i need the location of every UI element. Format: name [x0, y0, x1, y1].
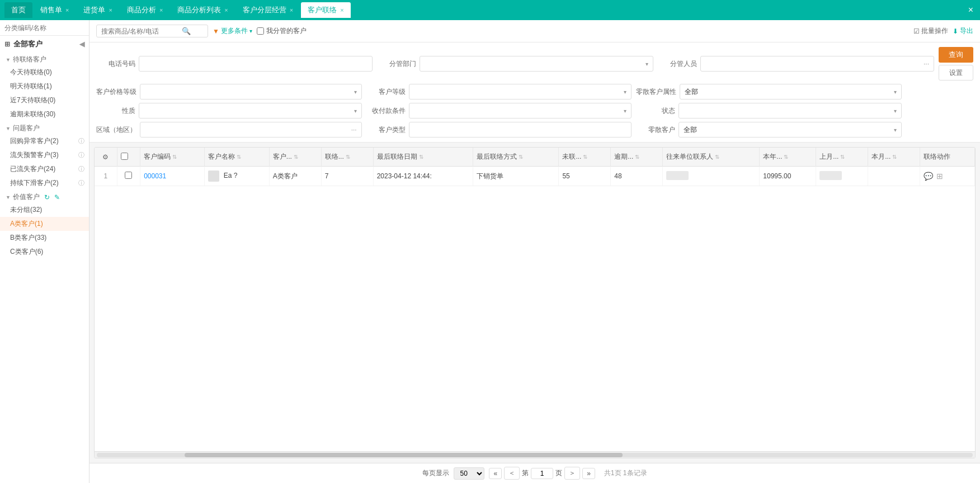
col-customer-name-sort[interactable]: 客户名称 ⇅: [208, 152, 241, 162]
col-overdue-sort[interactable]: 逾期... ⇅: [614, 152, 639, 162]
col-unit-contact-sort[interactable]: 往来单位联系人 ⇅: [666, 152, 719, 162]
customer-grade-select[interactable]: ▾: [409, 84, 632, 100]
sidebar-item-overdue[interactable]: 逾期未联络(30): [0, 107, 89, 121]
pending-contact-group[interactable]: ▼ 待联络客户: [0, 53, 89, 65]
nav-tab-purchase[interactable]: 进货单 ×: [77, 2, 119, 18]
retail-attr-select[interactable]: 全部 ▾: [680, 84, 902, 100]
col-this-month-sort[interactable]: 本月... ⇅: [871, 152, 897, 162]
manager-input[interactable]: ···: [700, 56, 934, 72]
value-customers-group[interactable]: ▼ 价值客户 ↻ ✎: [0, 190, 89, 203]
nature-label: 性质: [96, 106, 135, 116]
sidebar-item-ungrouped[interactable]: 未分组(32): [0, 203, 89, 217]
select-all-checkbox[interactable]: [121, 153, 128, 160]
close-goods-analysis-icon[interactable]: ×: [159, 7, 163, 13]
last-contact-method-cell[interactable]: 下销货单: [473, 167, 559, 186]
close-customer-segment-icon[interactable]: ×: [290, 7, 293, 13]
nav-tab-customer-segment[interactable]: 客户分层经营 ×: [236, 2, 300, 18]
close-goods-analysis-list-icon[interactable]: ×: [224, 7, 228, 13]
scrollbar-thumb: [185, 453, 623, 457]
batch-ops-button[interactable]: ☑ 批量操作: [913, 26, 948, 36]
retail-customer-select[interactable]: 全部 ▾: [679, 122, 902, 138]
prev-page-button[interactable]: ＜: [504, 467, 520, 480]
region-input[interactable]: ···: [140, 122, 362, 138]
problem-customers-group[interactable]: ▼ 问题客户: [0, 121, 89, 134]
col-last-contact-method: 最后联络方式 ⇅: [473, 148, 559, 167]
export-button[interactable]: ⬇ 导出: [953, 26, 973, 36]
customer-name-cell[interactable]: Ea ?: [205, 167, 269, 186]
more-conditions-button[interactable]: ▼ 更多条件 ▾: [213, 26, 252, 36]
action-cell: 💬 ⊞: [920, 167, 975, 186]
sidebar-item-warning[interactable]: 流失预警客户(3) ⓘ: [0, 148, 89, 162]
price-grade-label: 客户价格等级: [96, 87, 136, 97]
sidebar-item-7days[interactable]: 近7天待联络(0): [0, 93, 89, 107]
col-last-contact-method-sort[interactable]: 最后联络方式 ⇅: [477, 152, 523, 162]
sidebar-item-class-c[interactable]: C类客户(6): [0, 245, 89, 259]
close-customer-contact-icon[interactable]: ×: [340, 7, 343, 13]
sidebar-item-lost[interactable]: 已流失客户(24) ⓘ: [0, 162, 89, 176]
main-layout: 🔍 ⊞ 全部客户 ◀ ▼ 待联络客户 今天待联络(0) 明天待联络(1) 近7天…: [0, 20, 980, 483]
col-contact-count-sort[interactable]: 联络... ⇅: [325, 152, 350, 162]
col-customer-type-sort[interactable]: 客户... ⇅: [273, 152, 298, 162]
value-customers-label: 价值客户: [13, 192, 40, 202]
customer-type-input[interactable]: [409, 122, 632, 138]
sort-icon-7: ⇅: [583, 154, 587, 160]
sidebar-item-today[interactable]: 今天待联络(0): [0, 65, 89, 79]
row-checkbox[interactable]: [125, 172, 132, 179]
next-page-button[interactable]: ＞: [564, 467, 580, 480]
filter-search-input[interactable]: [101, 27, 180, 35]
col-settings[interactable]: ⚙: [95, 148, 117, 167]
nav-tab-goods-analysis[interactable]: 商品分析 ×: [120, 2, 169, 18]
all-customers-header[interactable]: ⊞ 全部客户 ◀: [0, 36, 89, 53]
settings-button[interactable]: 设置: [939, 65, 973, 80]
sidebar-item-class-a[interactable]: A类客户(1): [0, 217, 89, 231]
phone-input[interactable]: [139, 56, 373, 72]
sidebar-item-declining[interactable]: 持续下滑客户(2) ⓘ: [0, 176, 89, 190]
close-all-button[interactable]: ×: [966, 3, 976, 17]
col-last-contact-date-sort[interactable]: 最后联络日期 ⇅: [377, 152, 423, 162]
last-page-button[interactable]: »: [582, 468, 595, 479]
nav-tab-home[interactable]: 首页: [4, 2, 32, 18]
settings-gear-icon[interactable]: ⚙: [102, 153, 109, 161]
customer-code-cell[interactable]: 000031: [140, 167, 205, 186]
nature-select[interactable]: ▾: [139, 103, 362, 119]
status-select[interactable]: ▾: [679, 103, 902, 119]
last-contact-method-link[interactable]: 下销货单: [477, 172, 503, 180]
horizontal-scrollbar[interactable]: [95, 451, 975, 458]
col-last-month-sort[interactable]: 上月... ⇅: [819, 152, 845, 162]
query-button[interactable]: 查询: [939, 47, 973, 63]
triangle-icon3: ▼: [6, 195, 11, 200]
col-no-contact-days-sort[interactable]: 未联... ⇅: [562, 152, 587, 162]
sidebar-item-abnormal[interactable]: 回购异常客户(2) ⓘ: [0, 134, 89, 148]
close-purchase-icon[interactable]: ×: [109, 7, 112, 13]
my-customers-checkbox[interactable]: 我分管的客户: [257, 26, 307, 36]
payment-select[interactable]: ▾: [409, 103, 632, 119]
col-this-year-sort[interactable]: 本年... ⇅: [763, 152, 788, 162]
purchase-label: 进货单: [83, 5, 105, 15]
my-customers-check[interactable]: [257, 27, 264, 35]
collapse-icon[interactable]: ◀: [79, 40, 84, 48]
edit-groups-icon[interactable]: ✎: [54, 193, 60, 201]
filter-search-box[interactable]: 🔍: [96, 25, 208, 37]
chat-action-icon[interactable]: 💬: [924, 172, 933, 181]
first-page-button[interactable]: «: [489, 468, 502, 479]
page-size-select[interactable]: 20 50 100 200: [454, 467, 484, 480]
price-grade-select[interactable]: ▾: [140, 84, 362, 100]
sidebar-item-tomorrow[interactable]: 明天待联络(1): [0, 79, 89, 93]
filter-search-icon[interactable]: 🔍: [182, 27, 191, 35]
nav-tab-goods-analysis-list[interactable]: 商品分析列表 ×: [171, 2, 234, 18]
grid-action-icon[interactable]: ⊞: [936, 172, 943, 181]
row-checkbox-cell[interactable]: [117, 167, 140, 186]
sidebar-item-class-b[interactable]: B类客户(33): [0, 231, 89, 245]
refresh-icon[interactable]: ↻: [44, 193, 50, 201]
contact-count-cell: 7: [321, 167, 373, 186]
col-customer-code-sort[interactable]: 客户编码 ⇅: [144, 152, 177, 162]
col-checkbox[interactable]: [117, 148, 140, 167]
dept-select[interactable]: ▾: [420, 56, 653, 72]
nav-tab-sales[interactable]: 销售单 ×: [34, 2, 76, 18]
customer-grade-label: 客户等级: [366, 87, 406, 97]
sidebar-search-input[interactable]: [4, 24, 88, 32]
checkbox-batch-icon: ☑: [913, 27, 920, 35]
page-input[interactable]: [531, 468, 553, 479]
nav-tab-customer-contact[interactable]: 客户联络 ×: [301, 2, 350, 18]
close-sales-icon[interactable]: ×: [65, 7, 69, 13]
